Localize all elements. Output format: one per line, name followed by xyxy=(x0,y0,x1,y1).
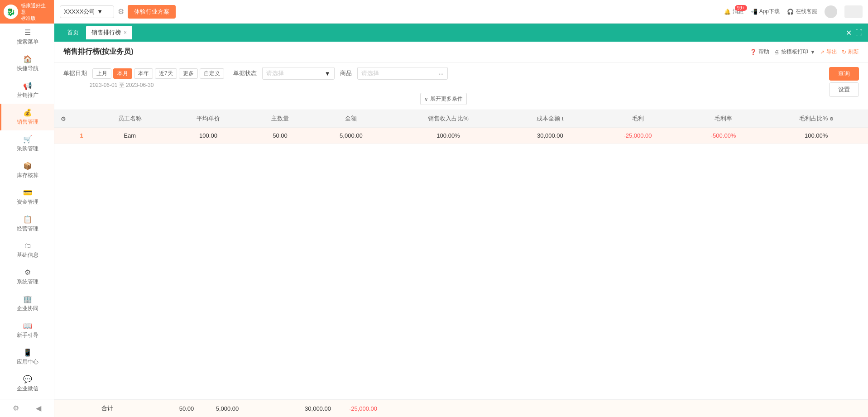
user-name xyxy=(844,5,863,18)
sales-ranking-table: ⚙ 员工名称 平均单价 主数量 全额 销售收入占比% 成本全额 ℹ 毛利 毛利率… xyxy=(54,110,868,144)
more-date-btn[interactable]: 更多 xyxy=(179,68,198,79)
close-window-button[interactable]: ✕ xyxy=(846,29,852,37)
data-table-area: ⚙ 员工名称 平均单价 主数量 全额 销售收入占比% 成本全额 ℹ 毛利 毛利率… xyxy=(54,110,868,399)
sidebar-item-enterprise[interactable]: 🏢 企业协同 xyxy=(0,290,54,317)
refresh-icon: ↻ xyxy=(842,49,846,55)
sidebar-item-finance[interactable]: 💳 资金管理 xyxy=(0,184,54,211)
date-range-display: 2023-06-01 至 2023-06-30 xyxy=(90,82,153,88)
row-gross-rate: -500.00% xyxy=(682,128,765,144)
guide-icon: 📖 xyxy=(23,321,32,330)
app-download-link[interactable]: 📲 App下载 xyxy=(751,8,780,15)
expand-more-button[interactable]: ∨ 展开更多条件 xyxy=(420,93,467,105)
app-center-icon: 📱 xyxy=(23,348,32,357)
sidebar-item-sales[interactable]: 💰 销售管理 xyxy=(0,104,54,130)
refresh-action[interactable]: ↻ 刷新 xyxy=(842,48,859,56)
row-settings xyxy=(54,128,72,144)
filter-row-1: 单据日期 上月 本月 本年 近7天 更多 自定义 单据状态 请选择 ▼ xyxy=(63,67,824,80)
page-title: 销售排行榜(按业务员) xyxy=(63,47,134,57)
row-rank: 1 xyxy=(72,128,91,144)
sidebar-item-basic-info[interactable]: 🗂 基础信息 xyxy=(0,237,54,264)
page-header: 销售排行榜(按业务员) ❓ 帮助 🖨 按模板打印 ▼ ↗ 导出 ↻ 刷新 xyxy=(54,42,868,62)
tab-sales-ranking[interactable]: 销售排行榜 × xyxy=(86,26,132,39)
sidebar: 🐉 畅康通好生意 标准版 ☰ 搜索菜单 🏠 快捷导航 📢 营销推广 💰 销售管理… xyxy=(0,0,54,417)
page-actions: ❓ 帮助 🖨 按模板打印 ▼ ↗ 导出 ↻ 刷新 xyxy=(750,48,859,56)
home-icon: 🏠 xyxy=(23,55,32,63)
search-button[interactable]: 查询 xyxy=(829,67,859,81)
goods-more-icon: ··· xyxy=(439,70,444,77)
maximize-window-button[interactable]: ⛶ xyxy=(855,29,863,37)
sidebar-item-wechat[interactable]: 💬 企业微信 xyxy=(0,370,54,397)
operations-icon: 📋 xyxy=(23,215,32,224)
goods-selector[interactable]: 请选择 ··· xyxy=(357,67,448,80)
sidebar-nav: ☰ 搜索菜单 🏠 快捷导航 📢 营销推广 💰 销售管理 🛒 采购管理 📦 库存核… xyxy=(0,24,54,399)
sidebar-item-app-center[interactable]: 📱 应用中心 xyxy=(0,344,54,370)
settings-icon[interactable]: ⚙ xyxy=(118,7,124,16)
wechat-icon: 💬 xyxy=(23,375,32,383)
filter-actions: 查询 设置 xyxy=(829,67,859,97)
this-year-btn[interactable]: 本年 xyxy=(134,68,153,79)
collapse-sidebar-icon[interactable]: ◀ xyxy=(36,404,41,412)
sidebar-item-operations[interactable]: 📋 经营管理 xyxy=(0,211,54,237)
top-right-actions: 🔔 消息 99+ 📲 App下载 🎧 在线客服 xyxy=(724,5,863,18)
inventory-icon: 📦 xyxy=(23,162,32,170)
basic-info-icon: 🗂 xyxy=(24,242,31,250)
col-rank xyxy=(72,110,91,128)
print-dropdown-icon: ▼ xyxy=(810,49,815,55)
sidebar-item-purchase[interactable]: 🛒 采购管理 xyxy=(0,130,54,157)
global-settings-icon[interactable]: ⚙ xyxy=(13,404,19,412)
app-logo-icon: 🐉 xyxy=(4,5,18,19)
main-area: XXXXX公司 ▼ ⚙ 体验行业方案 🔔 消息 99+ 📲 App下载 🎧 在线… xyxy=(54,0,868,417)
status-selector[interactable]: 请选择 ▼ xyxy=(262,67,335,80)
sales-icon: 💰 xyxy=(23,108,32,117)
sidebar-item-quick-nav[interactable]: 🏠 快捷导航 xyxy=(0,50,54,77)
export-action[interactable]: ↗ 导出 xyxy=(820,48,837,56)
this-month-btn[interactable]: 本月 xyxy=(113,68,132,79)
marketing-icon: 📢 xyxy=(23,81,32,90)
date-label: 单据日期 xyxy=(63,69,87,77)
col-sales-ratio: 销售收入占比% xyxy=(390,110,507,128)
last-7-days-btn[interactable]: 近7天 xyxy=(155,68,177,79)
trial-button[interactable]: 体验行业方案 xyxy=(128,5,176,19)
bell-icon: 🔔 xyxy=(724,9,731,15)
date-buttons: 上月 本月 本年 近7天 更多 自定义 xyxy=(92,68,224,79)
user-avatar[interactable] xyxy=(825,5,837,18)
sidebar-item-marketing[interactable]: 📢 营销推广 xyxy=(0,77,54,104)
download-icon: 📲 xyxy=(751,9,758,15)
gross-ratio-info-icon[interactable]: ⚙ xyxy=(830,116,834,121)
col-gross-ratio: 毛利占比% ⚙ xyxy=(764,110,868,128)
export-icon: ↗ xyxy=(820,49,825,55)
row-cost: 30,000.00 xyxy=(507,128,594,144)
sidebar-item-system[interactable]: ⚙ 系统管理 xyxy=(0,264,54,290)
cost-info-icon[interactable]: ℹ xyxy=(562,116,564,121)
tab-home[interactable]: 首页 xyxy=(60,25,86,40)
company-selector[interactable]: XXXXX公司 ▼ xyxy=(60,5,114,18)
system-icon: ⚙ xyxy=(24,268,31,277)
expand-more-row: ∨ 展开更多条件 xyxy=(63,93,824,105)
col-gross-rate: 毛利率 xyxy=(682,110,765,128)
tab-bar: 首页 销售排行榜 × ✕ ⛶ xyxy=(54,24,868,42)
status-label: 单据状态 xyxy=(233,69,257,77)
sidebar-item-inventory[interactable]: 📦 库存核算 xyxy=(0,157,54,184)
sidebar-item-search[interactable]: ☰ 搜索菜单 xyxy=(0,24,54,50)
footer-qty: 50.00 xyxy=(168,405,205,412)
col-amount: 全额 xyxy=(312,110,389,128)
print-action[interactable]: 🖨 按模板打印 ▼ xyxy=(774,48,815,56)
filter-bar: 单据日期 上月 本月 本年 近7天 更多 自定义 单据状态 请选择 ▼ xyxy=(54,62,868,110)
filter-settings-button[interactable]: 设置 xyxy=(829,82,859,97)
row-employee: Eam xyxy=(91,128,169,144)
notification-area[interactable]: 🔔 消息 99+ xyxy=(724,8,743,15)
table-footer: 合计 50.00 5,000.00 30,000.00 -25,000.00 xyxy=(54,399,868,417)
purchase-icon: 🛒 xyxy=(23,135,32,144)
row-amount: 5,000.00 xyxy=(312,128,389,144)
last-month-btn[interactable]: 上月 xyxy=(92,68,111,79)
status-dropdown-icon: ▼ xyxy=(325,70,331,77)
custom-date-btn[interactable]: 自定义 xyxy=(200,68,224,79)
tab-close-icon[interactable]: × xyxy=(124,29,127,36)
headset-icon: 🎧 xyxy=(787,9,794,15)
help-action[interactable]: ❓ 帮助 xyxy=(750,48,769,56)
online-service-link[interactable]: 🎧 在线客服 xyxy=(787,8,817,15)
col-settings[interactable]: ⚙ xyxy=(54,110,72,128)
footer-amount: 5,000.00 xyxy=(205,405,250,412)
finance-icon: 💳 xyxy=(23,188,32,197)
sidebar-item-guide[interactable]: 📖 新手引导 xyxy=(0,317,54,344)
